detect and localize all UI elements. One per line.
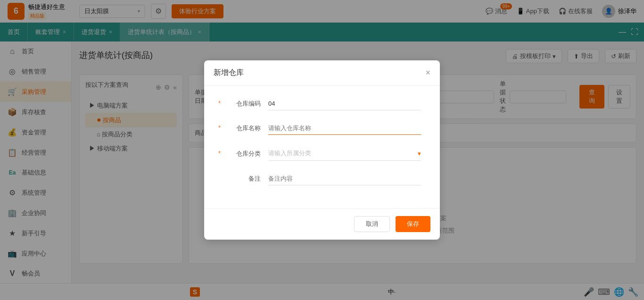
category-chevron-icon: ▾ xyxy=(418,150,421,157)
warehouse-name-input[interactable] xyxy=(268,122,421,135)
save-button[interactable]: 保存 xyxy=(396,216,430,232)
warehouse-code-input[interactable] xyxy=(268,97,421,110)
remark-input[interactable] xyxy=(268,172,421,185)
dialog-close-button[interactable]: × xyxy=(425,68,430,78)
warehouse-code-label: 仓库编码 xyxy=(223,100,261,108)
dialog-footer: 取消 保存 xyxy=(204,208,440,240)
warehouse-category-placeholder: 请输入所属分类 xyxy=(268,149,311,158)
warehouse-category-label: 仓库分类 xyxy=(223,150,261,158)
modal-overlay: 新增仓库 × 仓库编码 仓库名称 仓库分类 请输入所属分类 ▾ xyxy=(0,0,644,300)
cancel-button[interactable]: 取消 xyxy=(354,216,390,232)
new-warehouse-dialog: 新增仓库 × 仓库编码 仓库名称 仓库分类 请输入所属分类 ▾ xyxy=(204,60,440,240)
warehouse-name-label: 仓库名称 xyxy=(223,124,261,133)
dialog-body: 仓库编码 仓库名称 仓库分类 请输入所属分类 ▾ 备注 xyxy=(204,86,440,208)
dialog-title: 新增仓库 xyxy=(214,68,244,78)
form-row-code: 仓库编码 xyxy=(223,97,421,110)
form-row-category: 仓库分类 请输入所属分类 ▾ xyxy=(223,146,421,161)
warehouse-category-select[interactable]: 请输入所属分类 ▾ xyxy=(268,146,421,161)
remark-label: 备注 xyxy=(223,175,261,183)
dialog-header: 新增仓库 × xyxy=(204,60,440,86)
form-row-name: 仓库名称 xyxy=(223,122,421,135)
form-row-remark: 备注 xyxy=(223,172,421,185)
